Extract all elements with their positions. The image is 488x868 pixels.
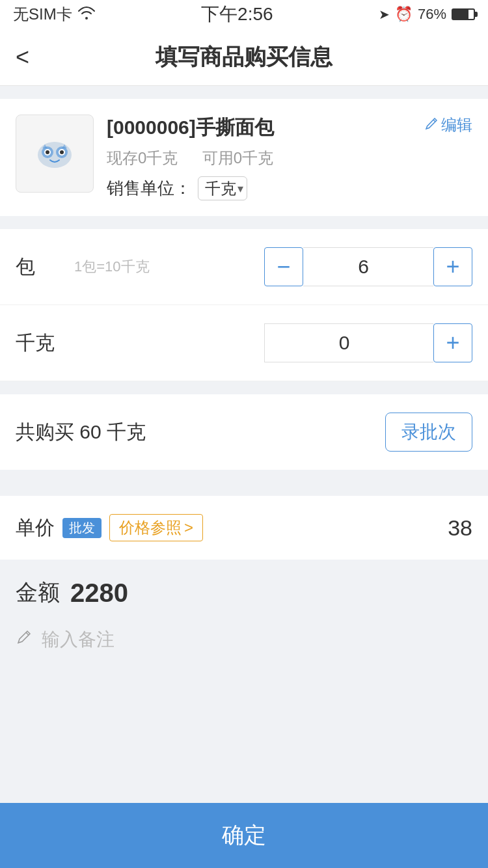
svg-point-6 xyxy=(60,150,64,154)
price-section: 单价 批发 价格参照 > 38 xyxy=(0,496,488,560)
confirm-button[interactable]: 确定 xyxy=(0,803,488,868)
stock-label: 现存0千克 xyxy=(107,149,178,167)
edit-label: 编辑 xyxy=(441,115,472,135)
price-value: 38 xyxy=(448,515,472,541)
total-section: 共购买 60 千克 录批次 xyxy=(0,394,488,470)
edit-button[interactable]: 编辑 xyxy=(424,115,472,135)
product-name: [0000006]手撕面包 xyxy=(107,115,472,141)
price-ref-arrow: > xyxy=(184,519,193,537)
alarm-icon: ⏰ xyxy=(395,6,413,23)
unit-label: 销售单位： xyxy=(107,177,191,200)
unit-select-wrap[interactable]: 千克 xyxy=(198,176,247,200)
price-ref-label: 价格参照 xyxy=(119,517,182,538)
kg-row: 千克 + xyxy=(0,305,488,381)
battery-percent: 76% xyxy=(418,6,446,23)
price-ref-button[interactable]: 价格参照 > xyxy=(109,514,203,541)
amount-label: 金额 xyxy=(16,578,60,608)
note-row[interactable]: 输入备注 xyxy=(16,621,472,658)
svg-point-5 xyxy=(46,150,49,154)
back-button[interactable]: < xyxy=(16,44,29,71)
kg-label: 千克 xyxy=(16,330,68,357)
kg-plus-btn[interactable]: + xyxy=(433,323,472,362)
kg-qty-control: + xyxy=(264,323,472,362)
status-right: ➤ ⏰ 76% xyxy=(379,6,475,23)
nav-bar: < 填写商品购买信息 xyxy=(0,29,488,86)
product-section: [0000006]手撕面包 现存0千克 可用0千克 销售单位： 千克 编辑 xyxy=(0,99,488,216)
amount-row: 金额 2280 xyxy=(16,578,472,608)
price-tag-pifa: 批发 xyxy=(62,518,102,538)
package-label: 包 xyxy=(16,254,68,280)
battery-icon xyxy=(452,8,475,20)
status-bar: 无SIM卡 下午2:56 ➤ ⏰ 76% xyxy=(0,0,488,29)
amount-section: 金额 2280 输入备注 xyxy=(0,560,488,658)
product-unit-row: 销售单位： 千克 xyxy=(107,176,472,200)
wifi-icon xyxy=(77,5,96,23)
package-minus-btn[interactable]: − xyxy=(264,247,303,286)
product-info: [0000006]手撕面包 现存0千克 可用0千克 销售单位： 千克 xyxy=(107,115,472,200)
owl-logo-icon xyxy=(32,134,77,173)
package-row: 包 1包=10千克 − + xyxy=(0,229,488,305)
edit-icon xyxy=(424,118,439,132)
amount-value: 2280 xyxy=(70,578,128,608)
total-label: 共购买 60 千克 xyxy=(16,419,146,446)
unit-select[interactable]: 千克 xyxy=(198,176,247,200)
kg-qty-input[interactable] xyxy=(264,323,433,362)
status-time: 下午2:56 xyxy=(201,2,273,27)
product-image xyxy=(16,115,94,193)
carrier-label: 无SIM卡 xyxy=(13,4,72,25)
package-plus-btn[interactable]: + xyxy=(433,247,472,286)
product-stock: 现存0千克 可用0千克 xyxy=(107,148,472,169)
location-icon: ➤ xyxy=(379,7,390,22)
package-qty-input[interactable] xyxy=(303,247,433,286)
package-section: 包 1包=10千克 − + 千克 + xyxy=(0,229,488,381)
page-title: 填写商品购买信息 xyxy=(156,42,332,72)
available-label: 可用0千克 xyxy=(202,149,273,167)
note-icon xyxy=(16,629,34,651)
package-qty-control: − + xyxy=(264,247,472,286)
separator xyxy=(0,470,488,483)
status-left: 无SIM卡 xyxy=(13,4,96,25)
package-hint: 1包=10千克 xyxy=(74,257,264,277)
note-placeholder: 输入备注 xyxy=(42,627,115,652)
price-label: 单价 xyxy=(16,515,55,541)
batch-button[interactable]: 录批次 xyxy=(385,413,472,452)
